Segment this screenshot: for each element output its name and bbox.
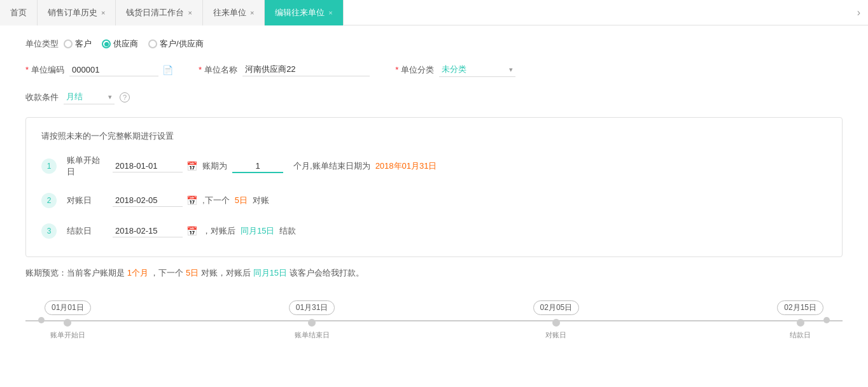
reconcile-date-input[interactable] bbox=[113, 194, 183, 207]
row1-suffix-post: 个月,账单结束日期为 bbox=[293, 160, 370, 172]
preview-prefix: 账期预览：当前客户账期是 bbox=[25, 268, 125, 278]
timeline-point-2: 02月05日 对账日 bbox=[533, 300, 580, 340]
point-date-1: 01月31日 bbox=[289, 300, 335, 315]
point-label-3: 结款日 bbox=[790, 330, 811, 340]
tab-home[interactable]: 首页 bbox=[0, 0, 38, 25]
period-input[interactable] bbox=[232, 160, 283, 173]
reconcile-date-cal-icon[interactable]: 📅 bbox=[186, 195, 197, 206]
chevron-down-icon: ▾ bbox=[509, 66, 513, 74]
row2-post: 对账 bbox=[253, 195, 269, 206]
row1-suffix-pre: 账期为 bbox=[202, 160, 227, 172]
preview-mid2: 对账，对账后 bbox=[201, 268, 251, 278]
unit-type-radio-group: 客户 供应商 客户/供应商 bbox=[64, 38, 204, 50]
payment-terms-value: 月结 bbox=[66, 91, 106, 102]
row-label-1: 账单开始日 bbox=[67, 155, 105, 178]
help-icon[interactable]: ? bbox=[120, 92, 130, 102]
point-date-0: 01月01日 bbox=[45, 300, 91, 315]
unit-code-group: * 单位编码 📄 bbox=[25, 64, 173, 76]
payment-terms-select[interactable]: 月结 ▾ bbox=[64, 90, 115, 104]
unit-code-input[interactable] bbox=[69, 64, 158, 76]
unit-info-row: * 单位编码 📄 * 单位名称 * 单位分类 未分类 ▾ bbox=[25, 62, 843, 77]
tab-edit-partner[interactable]: 编辑往来单位 × bbox=[265, 0, 343, 25]
start-date-cal-icon[interactable]: 📅 bbox=[186, 161, 197, 171]
row1-highlight: 2018年01月31日 bbox=[375, 160, 437, 172]
main-content: 单位类型 客户 供应商 客户/供应商 * 单位编码 📄 * 单位名称 bbox=[0, 25, 868, 387]
close-edit-partner[interactable]: × bbox=[328, 9, 332, 17]
settings-section: 请按照未来的一个完整帐期进行设置 1 账单开始日 📅 账期为 个月,账单结束日期… bbox=[25, 117, 843, 257]
timeline-left-dot bbox=[38, 317, 45, 323]
radio-circle-supplier bbox=[102, 39, 111, 48]
radio-label-customer: 客户 bbox=[75, 38, 92, 50]
row-num-2: 2 bbox=[41, 193, 57, 208]
unit-name-input[interactable] bbox=[242, 64, 370, 76]
timeline-points: 01月01日 账单开始日 01月31日 账单结束日 02月05日 对账日 02月… bbox=[45, 300, 823, 340]
setting-row-3: 3 结款日 📅 ，对账后 同月15日 结款 bbox=[41, 223, 827, 239]
point-label-2: 对账日 bbox=[545, 330, 566, 340]
payment-terms-label: 收款条件 bbox=[25, 92, 59, 103]
radio-circle-customer bbox=[64, 39, 73, 48]
close-partner[interactable]: × bbox=[250, 9, 254, 17]
point-dot-1 bbox=[308, 319, 316, 327]
row3-highlight: 同月15日 bbox=[241, 225, 274, 237]
preview-text: 账期预览：当前客户账期是 1个月 ，下一个 5日 对账，对账后 同月15日 该客… bbox=[25, 267, 843, 279]
unit-category-group: * 单位分类 未分类 ▾ bbox=[395, 62, 515, 77]
radio-both[interactable]: 客户/供应商 bbox=[148, 38, 204, 50]
setting-row-1: 1 账单开始日 📅 账期为 个月,账单结束日期为 2018年01月31日 bbox=[41, 155, 827, 178]
unit-category-label: 单位分类 bbox=[401, 64, 434, 76]
tab-sales-history[interactable]: 销售订单历史 × bbox=[38, 0, 116, 25]
point-dot-3 bbox=[797, 319, 804, 327]
unit-code-icon[interactable]: 📄 bbox=[162, 65, 173, 75]
radio-customer[interactable]: 客户 bbox=[64, 38, 92, 50]
row-label-3: 结款日 bbox=[67, 225, 105, 237]
timeline-point-1: 01月31日 账单结束日 bbox=[289, 300, 335, 340]
unit-type-label: 单位类型 bbox=[25, 38, 59, 50]
row-num-1: 1 bbox=[41, 158, 57, 174]
tab-partner[interactable]: 往来单位 × bbox=[203, 0, 265, 25]
preview-part3: 同月15日 bbox=[253, 268, 287, 278]
timeline-right-dot bbox=[823, 317, 830, 323]
payment-chevron-icon: ▾ bbox=[108, 93, 112, 101]
row-label-2: 对账日 bbox=[67, 195, 105, 206]
close-sales-history[interactable]: × bbox=[101, 9, 105, 17]
row2-pre: ,下一个 bbox=[202, 195, 230, 206]
radio-circle-both bbox=[148, 39, 157, 48]
tabs-bar: 首页 销售订单历史 × 钱货日清工作台 × 往来单位 × 编辑往来单位 × › bbox=[0, 0, 868, 25]
row3-pre: ，对账后 bbox=[202, 225, 235, 237]
radio-label-both: 客户/供应商 bbox=[160, 38, 204, 50]
payment-date-cal-icon[interactable]: 📅 bbox=[186, 226, 197, 236]
preview-mid1: ，下一个 bbox=[150, 268, 183, 278]
preview-suffix: 该客户会给我打款。 bbox=[290, 268, 364, 278]
point-date-3: 02月15日 bbox=[777, 300, 823, 315]
unit-code-label: 单位编码 bbox=[31, 64, 64, 76]
point-label-1: 账单结束日 bbox=[295, 330, 330, 340]
row3-post: 结款 bbox=[279, 225, 296, 237]
setting-row-2: 2 对账日 📅 ,下一个 5日 对账 bbox=[41, 193, 827, 208]
section-title: 请按照未来的一个完整帐期进行设置 bbox=[41, 130, 827, 142]
payment-terms-row: 收款条件 月结 ▾ ? bbox=[25, 90, 843, 104]
radio-label-supplier: 供应商 bbox=[113, 38, 138, 50]
start-date-input[interactable] bbox=[113, 160, 183, 172]
timeline-point-0: 01月01日 账单开始日 bbox=[45, 300, 91, 340]
unit-category-value: 未分类 bbox=[442, 64, 507, 75]
unit-name-label: 单位名称 bbox=[204, 64, 237, 76]
unit-category-select[interactable]: 未分类 ▾ bbox=[439, 62, 515, 77]
row2-highlight: 5日 bbox=[235, 195, 248, 206]
timeline: 01月01日 账单开始日 01月31日 账单结束日 02月05日 对账日 02月… bbox=[25, 294, 843, 346]
point-dot-0 bbox=[64, 319, 71, 327]
row-num-3: 3 bbox=[41, 223, 57, 239]
radio-supplier[interactable]: 供应商 bbox=[102, 38, 138, 50]
timeline-point-3: 02月15日 结款日 bbox=[777, 300, 823, 340]
close-cash-work[interactable]: × bbox=[188, 9, 192, 17]
payment-date-input[interactable] bbox=[113, 225, 183, 237]
preview-part2: 5日 bbox=[186, 268, 199, 278]
tab-cash-work[interactable]: 钱货日清工作台 × bbox=[116, 0, 202, 25]
point-date-2: 02月05日 bbox=[533, 300, 580, 315]
point-dot-2 bbox=[552, 319, 560, 327]
unit-name-group: * 单位名称 bbox=[199, 64, 370, 76]
tab-more-button[interactable]: › bbox=[850, 7, 868, 18]
point-label-0: 账单开始日 bbox=[50, 330, 85, 340]
preview-part1: 1个月 bbox=[127, 268, 148, 278]
unit-type-row: 单位类型 客户 供应商 客户/供应商 bbox=[25, 38, 843, 50]
